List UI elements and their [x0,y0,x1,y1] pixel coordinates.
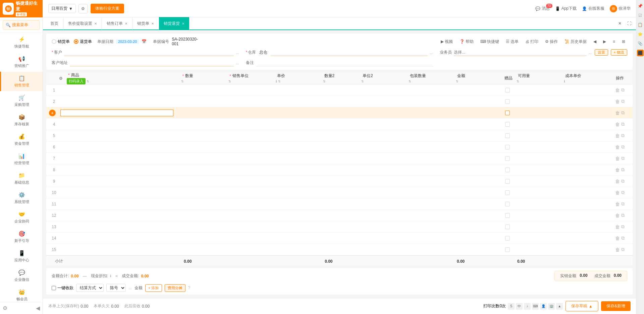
pkg-input[interactable] [406,87,451,93]
gift-checkbox[interactable] [505,133,510,138]
sidebar-item-inventory[interactable]: 📦 库存核算 [0,111,43,130]
print-icon-1[interactable]: S [508,303,515,310]
copy-row-icon[interactable]: ⧉ [621,224,625,230]
sidebar-item-enterprise[interactable]: 🤝 企业协同 [0,208,43,227]
qty2-input[interactable] [320,87,356,93]
unit-input[interactable] [224,87,269,93]
copy-row-icon[interactable]: ⧉ [621,201,625,207]
print-button[interactable]: 🖨 打印 [523,38,540,45]
row-amount-cell[interactable] [453,86,501,94]
gift-checkbox[interactable] [505,99,510,104]
row-product-cell[interactable] [59,109,175,117]
right-sidebar-icon-4[interactable]: ⭐ [637,31,644,38]
delete-row-icon[interactable]: 🗑 [615,167,620,173]
fee-help-icon[interactable]: ? [188,286,191,290]
list-view-button[interactable]: ≡ [611,39,617,45]
sidebar-item-basic[interactable]: 📁 基础信息 [0,169,43,188]
gift-checkbox[interactable] [505,225,510,229]
available-sort-icon[interactable]: ⇅ [517,80,519,83]
right-sidebar-icon-3[interactable]: 📋 [637,21,644,28]
pkg-sort-icon[interactable]: ⇅ [409,80,411,83]
row-pkg-cell[interactable] [405,101,453,103]
save-new-button[interactable]: 保存&新增 [601,301,631,311]
tab-sale-return-close[interactable]: ✕ [182,22,184,25]
collapse-icon[interactable]: ◀ [36,305,40,311]
row-unit2-cell[interactable] [357,112,405,114]
print-icon-2[interactable]: 中 [516,303,523,310]
tab-sale-setting-close[interactable]: ✕ [94,22,97,25]
row-pkg-cell[interactable] [405,112,453,114]
message-button[interactable]: 💬 消息 70 [535,6,550,11]
row-qty-cell[interactable] [175,86,223,94]
help-button[interactable]: ❓ 帮助 [458,38,476,45]
row-amount-cell[interactable] [453,101,501,103]
search-menu-button[interactable]: 🔍 搜索菜单 [3,20,40,30]
sidebar-item-purchase[interactable]: 🛒 采购管理 [0,91,43,111]
copy-row-icon[interactable]: ⧉ [621,190,625,195]
one-click-payment-checkbox[interactable] [52,286,56,290]
save-draft-button[interactable]: 保存草稿 ▲ [566,301,598,311]
qty-input[interactable] [176,87,221,93]
select-order-button[interactable]: ☰ 选单 [504,38,521,45]
price-sort-icon[interactable]: ⇅ [278,80,281,83]
print-icon-3[interactable]: ♪ [524,303,531,310]
copy-row-icon[interactable]: ⧉ [621,144,625,150]
gift-checkbox[interactable] [505,179,510,184]
address-ellipsis[interactable]: ... [236,61,239,65]
sidebar-item-guide[interactable]: 🎯 新手引导 [0,227,43,247]
tab-sale-return[interactable]: 销货退货 ✕ [159,17,190,30]
copy-row-icon[interactable]: ⧉ [621,121,625,127]
warehouse-ellipsis[interactable]: ... [430,50,433,55]
sidebar-item-system[interactable]: ⚙️ 系统管理 [0,188,43,208]
staff-ellipsis[interactable]: ... [589,50,592,55]
row-pkg-cell[interactable] [405,86,453,94]
row-qty-cell[interactable] [175,101,223,103]
trial-button[interactable]: 体验行业方案 [91,4,124,13]
add-row-button[interactable]: + [49,110,56,116]
row-product-cell[interactable] [59,86,175,94]
user-profile-button[interactable]: 徐 徐泽华 [610,5,631,12]
delete-row-icon[interactable]: 🗑 [615,144,620,150]
fee-split-button[interactable]: 费用分摊 [165,284,185,292]
logistics-button[interactable]: + 物流 [611,49,627,56]
delete-row-icon[interactable]: 🗑 [615,87,620,93]
settings-button[interactable]: 设置 [595,49,608,56]
sidebar-item-sales[interactable]: 📋 销售管理 [0,72,43,91]
customer-ellipsis[interactable]: ... [236,50,239,55]
print-icon-7[interactable]: ▲ [556,303,563,310]
price-input[interactable] [272,87,317,93]
sidebar-item-marketing[interactable]: 📢 营销推广 [0,52,43,72]
topbar-gear-button[interactable]: ⚙ [78,4,88,13]
video-button[interactable]: ▶ 视频 [439,38,455,45]
row-price-cell[interactable] [270,101,318,103]
online-service-button[interactable]: 👤 在线客服 [582,6,604,11]
gift-checkbox[interactable] [505,190,510,195]
row-unit-cell[interactable] [222,101,270,103]
sidebar-item-apps[interactable]: 📱 应用中心 [0,247,43,266]
account-select[interactable]: 陈号 [106,284,126,292]
add-fee-button[interactable]: + 添加 [145,284,162,292]
date-value[interactable]: 2023-03-20 [116,39,139,44]
cost-info-icon[interactable]: ℹ [564,79,565,83]
qty2-sort-icon[interactable]: ⇅ [323,80,326,83]
price-info-icon[interactable]: ℹ [276,79,277,83]
product-sort-icon[interactable]: ⇅ [87,80,89,83]
settings-icon[interactable]: ⚙ [3,305,7,311]
calc-method-select[interactable]: 结算方式 [76,284,104,292]
copy-row-icon[interactable]: ⧉ [621,235,625,241]
row-amount-cell[interactable] [453,112,501,114]
copy-row-icon[interactable]: ⧉ [621,87,625,93]
sidebar-item-finance[interactable]: 💰 资金管理 [0,130,43,149]
copy-row-icon[interactable]: ⧉ [621,99,625,104]
copy-row-icon[interactable]: ⧉ [621,247,625,252]
row-qty2-cell[interactable] [318,112,357,114]
right-sidebar-icon-1[interactable]: 📌 [637,3,644,9]
row-product-cell[interactable] [59,97,175,106]
sidebar-item-shortcut[interactable]: ⚡ 快捷导航 [0,33,43,52]
warehouse-input[interactable] [271,49,428,56]
delete-row-icon[interactable]: 🗑 [615,179,620,184]
tab-sale-setting[interactable]: 售价提取设置 ✕ [63,17,102,30]
sidebar-search[interactable]: 🔍 搜索菜单 [0,17,43,33]
right-sidebar-icon-5[interactable]: 📎 [637,40,644,47]
delete-row-icon[interactable]: 🗑 [615,99,620,104]
